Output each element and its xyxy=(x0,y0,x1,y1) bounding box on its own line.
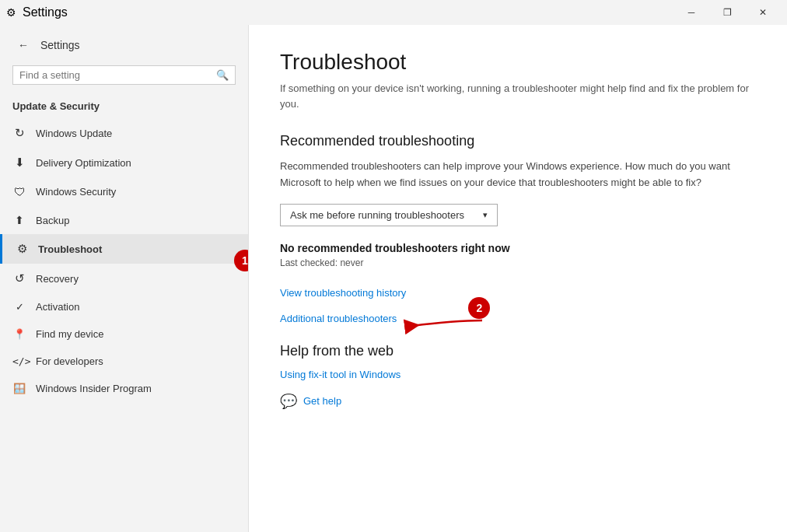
sidebar-item-label: Find my device xyxy=(36,328,103,340)
sidebar-item-windows-security[interactable]: 🛡 Windows Security xyxy=(0,177,248,206)
for-developers-icon: </> xyxy=(12,355,26,367)
search-icon[interactable]: 🔍 xyxy=(216,69,229,81)
sidebar-item-label: Troubleshoot xyxy=(38,243,102,255)
get-help-link[interactable]: Get help xyxy=(303,395,341,407)
get-help-row: 💬 Get help xyxy=(280,393,756,410)
maximize-button[interactable]: ❐ xyxy=(709,0,745,25)
delivery-optimization-icon: ⬇ xyxy=(12,156,26,170)
back-button[interactable]: ← xyxy=(12,34,34,56)
additional-link-container: Additional troubleshooters 2 xyxy=(280,313,397,337)
windows-insider-icon: 🪟 xyxy=(12,383,26,394)
minimize-button[interactable]: ─ xyxy=(673,0,709,25)
sidebar-item-activation[interactable]: ✓ Activation xyxy=(0,293,248,320)
sidebar-item-troubleshoot[interactable]: ⚙ Troubleshoot 1 xyxy=(0,234,248,264)
sidebar-item-find-my-device[interactable]: 📍 Find my device xyxy=(0,320,248,348)
get-help-icon: 💬 xyxy=(280,393,297,410)
recovery-icon: ↺ xyxy=(12,271,26,285)
recommended-section-desc: Recommended troubleshooters can help imp… xyxy=(280,159,756,191)
close-button[interactable]: ✕ xyxy=(745,0,781,25)
sidebar-item-for-developers[interactable]: </> For developers xyxy=(0,348,248,375)
sidebar-item-label: Backup xyxy=(36,215,69,226)
fix-it-link[interactable]: Using fix-it tool in Windows xyxy=(280,369,756,380)
sidebar-item-label: Windows Insider Program xyxy=(36,383,152,394)
title-bar-controls: ─ ❐ ✕ xyxy=(673,0,781,25)
title-bar-left: ⚙ Settings xyxy=(6,5,68,19)
backup-icon: ⬆ xyxy=(12,214,26,226)
last-checked-text: Last checked: never xyxy=(280,257,756,268)
title-bar: ⚙ Settings ─ ❐ ✕ xyxy=(0,0,787,25)
app-body: ← Settings 🔍 Update & Security ↻ Windows… xyxy=(0,25,787,532)
sidebar-item-label: Windows Update xyxy=(36,128,112,139)
additional-troubleshooters-link[interactable]: Additional troubleshooters xyxy=(280,313,397,324)
view-history-link[interactable]: View troubleshooting history xyxy=(280,287,756,299)
windows-update-icon: ↻ xyxy=(12,126,26,140)
search-input[interactable] xyxy=(19,69,216,81)
sidebar-item-label: Recovery xyxy=(36,273,79,285)
troubleshoot-icon: ⚙ xyxy=(15,242,29,256)
status-text: No recommended troubleshooters right now xyxy=(280,242,756,254)
page-subtitle: If something on your device isn't workin… xyxy=(280,81,756,111)
dropdown-value: Ask me before running troubleshooters xyxy=(290,209,464,221)
sidebar-item-recovery[interactable]: ↺ Recovery xyxy=(0,264,248,293)
sidebar-item-delivery-optimization[interactable]: ⬇ Delivery Optimization xyxy=(0,148,248,177)
sidebar-top: ← Settings xyxy=(0,25,248,62)
help-section-title: Help from the web xyxy=(280,343,756,359)
title-bar-title: Settings xyxy=(23,5,68,19)
sidebar-section-title: Update & Security xyxy=(0,94,248,118)
main-content: Troubleshoot If something on your device… xyxy=(249,25,787,532)
sidebar-item-backup[interactable]: ⬆ Backup xyxy=(0,206,248,234)
annotation-arrow-2 xyxy=(408,314,486,338)
sidebar-item-label: Activation xyxy=(36,301,79,313)
sidebar-item-label: Windows Security xyxy=(36,186,116,198)
find-my-device-icon: 📍 xyxy=(12,328,26,340)
sidebar-item-label: For developers xyxy=(36,355,103,367)
chevron-down-icon: ▾ xyxy=(483,210,488,220)
sidebar-item-label: Delivery Optimization xyxy=(36,157,131,169)
search-box[interactable]: 🔍 xyxy=(12,65,236,85)
sidebar-item-windows-update[interactable]: ↻ Windows Update xyxy=(0,118,248,148)
recommended-section-title: Recommended troubleshooting xyxy=(280,133,756,149)
activation-icon: ✓ xyxy=(12,301,26,313)
sidebar-item-windows-insider[interactable]: 🪟 Windows Insider Program xyxy=(0,375,248,402)
sidebar: ← Settings 🔍 Update & Security ↻ Windows… xyxy=(0,25,249,532)
page-title: Troubleshoot xyxy=(280,50,756,75)
windows-security-icon: 🛡 xyxy=(12,185,26,198)
annotation-badge-2: 2 xyxy=(468,297,490,319)
app-icon: ⚙ xyxy=(6,6,16,19)
sidebar-app-title: Settings xyxy=(40,39,80,51)
troubleshooter-dropdown[interactable]: Ask me before running troubleshooters ▾ xyxy=(280,204,498,226)
